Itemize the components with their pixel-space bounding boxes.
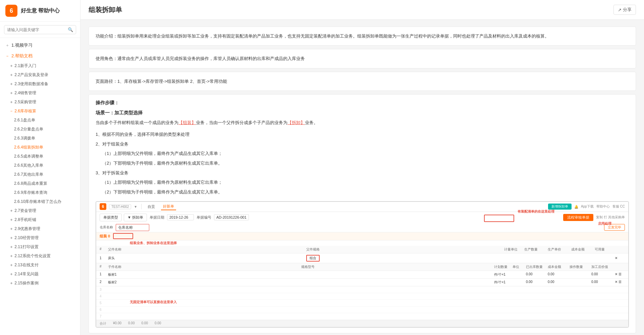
annotation-2: 组装业务、拆卸业务在这里选择: [130, 241, 177, 245]
page-title: 组装拆卸单: [89, 5, 122, 14]
t2r2-spec: [301, 280, 494, 285]
mock-table2-header: # 子件名称 规格型号 计划数量 单位 已出库数量 成本金额 操作数量 加工后价…: [96, 263, 628, 271]
mock-warehouse-input[interactable]: 仓库名称: [116, 224, 149, 231]
sidebar-item-s2-5[interactable]: ＋ 2.5采购管理: [9, 98, 80, 107]
mock-add-btn[interactable]: 新增拆卸单: [548, 204, 572, 210]
plus-icon-s2-10: ＋: [9, 235, 14, 240]
mock-service: 帮助中心: [596, 204, 610, 209]
main-header: 组装拆卸单 ↗ 分享: [80, 0, 644, 20]
sidebar-item-s2-14[interactable]: ＋ 2.14常见问题: [9, 270, 80, 279]
nav-section-video: ＋ 1.视频学习: [0, 40, 80, 51]
mock-form-row: 单据类型 ▼ 拆卸单 单据日期 2019-12-26 单据编号 AD-20191…: [96, 212, 628, 223]
row1-spec-input[interactable]: 组合: [306, 255, 320, 262]
mock-form-area: 单据类型 ▼ 拆卸单 单据日期 2019-12-26 单据编号 AD-20191…: [96, 212, 628, 232]
share-icon: ↗: [618, 7, 622, 12]
screenshot-container: 6 TEST-H002 ▼ 自贡 好新单 新增拆卸单 🔔 App下载 帮助中心: [96, 201, 629, 328]
mock-table2-row6: 6: [96, 306, 628, 313]
sidebar-item-s2-6-6[interactable]: 2.6.6其他入库单: [14, 161, 80, 170]
sidebar-item-s2-6-1[interactable]: 2.6.1盘点单: [14, 116, 80, 125]
mock-table2-row5: 5 无固定清单可以直接在这里录入: [96, 300, 628, 306]
mock-app: 6 TEST-H002 ▼ 自贡 好新单 新增拆卸单 🔔 App下载 帮助中心: [96, 202, 629, 327]
mock-section-label: 组装 0: [100, 234, 110, 238]
mock-logo: 6: [100, 203, 106, 210]
sidebar-item-s2-4[interactable]: ＋ 2.4销售管理: [9, 89, 80, 98]
sidebar-item-s2-3[interactable]: ＋ 2.3使用前数据准备: [9, 79, 80, 89]
intro-card: 功能介绍：组装拆卸单用来处理企业组装或拆卸等加工业务，支持有固定装配清单的产品加…: [89, 26, 636, 46]
row1-idx: 1: [100, 256, 108, 260]
step2-1-text: （1）上部明细为父件明细，最终作为产成品生成其它入库单；: [96, 150, 629, 158]
sidebar-item-s2-6[interactable]: － 2.6库存核算: [9, 107, 80, 116]
t2-col-value: 加工后价值: [591, 265, 615, 269]
t2r2-action: ✕ ☰: [615, 280, 625, 285]
step3-2-text: （2）下部明细为子件明细，最终作为产成品生成其它入库单。: [96, 188, 629, 197]
sidebar-item-s2-13[interactable]: ＋ 2.13在线支付: [9, 261, 80, 270]
mock-btn-assemble[interactable]: 单据类型: [100, 214, 122, 221]
share-button[interactable]: ↗ 分享: [613, 5, 636, 15]
mock-table2-row3: 3: [96, 286, 628, 293]
t2r1-action: ✕ ☰: [615, 272, 625, 277]
sidebar-item-s2-6-8[interactable]: 2.6.8商品成本重算: [14, 179, 80, 188]
sidebar-item-s2-6-7[interactable]: 2.6.7其他出库单: [14, 170, 80, 179]
mock-btn-disassemble[interactable]: ▼ 拆卸单: [124, 214, 147, 221]
step3-text: 3、对于拆装业务: [96, 169, 629, 177]
sidebar-item-s2-6-10[interactable]: 2.6.10库存账本错了怎么办: [14, 197, 80, 206]
search-input[interactable]: [7, 27, 68, 32]
sidebar-item-video[interactable]: ＋ 1.视频学习: [0, 40, 80, 51]
sidebar-item-s2-10[interactable]: ＋ 2.10经营管理: [9, 233, 80, 242]
sidebar-item-s2-11[interactable]: ＋ 2.11打印设置: [9, 242, 80, 252]
sidebar-item-s2-15[interactable]: ＋ 2.15操作案例: [9, 279, 80, 288]
minus-icon-s2-6: －: [9, 109, 14, 113]
mock-nav-item-hxd[interactable]: 好新单: [161, 203, 176, 210]
sidebar-item-s2-6-3[interactable]: 2.6.3调拨单: [14, 134, 80, 143]
step2-text: 2、对于组装业务: [96, 140, 629, 149]
scene1-desc: 当由多个子件材料组装成一个成品的业务为【组装】业务，当由一个父件拆分成多个子产品…: [96, 119, 629, 127]
mock-table2-row2: 2 板材2 件/个×1 0.00 0.00 0.00 ✕ ☰: [96, 279, 628, 286]
plus-icon-s2-7: ＋: [9, 208, 14, 213]
sidebar-item-s2-2[interactable]: ＋ 2.2产品安装及登录: [9, 70, 80, 79]
sidebar-item-s2-6-4[interactable]: 2.6.4组装拆卸单: [14, 143, 80, 152]
status-v1: 0.00: [128, 321, 135, 326]
t2r1-unit: [513, 272, 526, 277]
col-unit: 计量单位: [504, 247, 524, 252]
sidebar-item-s2-6-5[interactable]: 2.6.5成本调整单: [14, 152, 80, 161]
sidebar-item-s2-6-9[interactable]: 2.6.9库存账本查询: [14, 188, 80, 197]
share-label: 分享: [623, 7, 632, 13]
t2r1-name: 板材1: [108, 272, 301, 277]
mock-process-btn[interactable]: 流程审核单据: [563, 214, 593, 221]
sidebar-label-video: 1.视频学习: [11, 42, 33, 48]
logo-text: 好生意 帮助中心: [21, 7, 60, 14]
minus-icon: －: [5, 53, 9, 59]
sidebar-item-s2-6-2[interactable]: 2.6.2分量盘点单: [14, 125, 80, 134]
step2-2-text: （2）下部明细为子件明细，最终作为原材料生成其它出库单。: [96, 159, 629, 168]
status-v2: 0.00: [142, 321, 148, 326]
status-total-label: 合计: [100, 321, 106, 326]
sidebar-item-s2-1[interactable]: ＋ 2.1新手入门: [9, 61, 80, 70]
mock-date-label: 单据日期: [150, 215, 164, 220]
sidebar-item-s2-12[interactable]: ＋ 2.12系统个性化设置: [9, 252, 80, 261]
mock-billno-input[interactable]: AD-20191226-001: [214, 214, 249, 220]
mock-nav-item-zg[interactable]: 自贡: [146, 204, 157, 210]
mock-secondary-row: 仓库名称 仓库名称 立发完毕 启用处理: [96, 223, 628, 232]
disassemble-link[interactable]: 【拆卸】: [287, 120, 305, 125]
sidebar-item-docs[interactable]: － 2.帮助文档: [0, 51, 80, 61]
col-parent-spec: 父件规格: [306, 247, 504, 252]
path-card: 页面路径：1、库存核算->库存管理->组装拆卸单 2、首页->常用功能: [89, 72, 636, 91]
group-link[interactable]: 【组装】: [178, 120, 196, 125]
t2r1-issued: 0.00: [526, 272, 548, 277]
col-unit-price: 生产单价: [548, 247, 571, 252]
t2-col-spec: 规格型号: [301, 265, 494, 269]
sidebar-item-s2-8[interactable]: ＋ 2.8手机旺铺: [9, 215, 80, 224]
intro-text: 功能介绍：组装拆卸单用来处理企业组装或拆卸等加工业务，支持有固定装配清单的产品加…: [96, 32, 629, 40]
status-amount: ¥0.00: [113, 321, 121, 326]
mock-warehouse-label: 仓库名称: [100, 225, 113, 230]
col-cost: 成本金额: [571, 247, 595, 252]
t2r1-plan: 件/个×1: [494, 272, 513, 277]
sidebar-item-s2-7[interactable]: ＋ 2.7资金管理: [9, 206, 80, 215]
t2-col-cost: 成本金额: [548, 265, 570, 269]
mock-table2-row1: 1 板材1 件/个×1 0.00 0.00 0.00 ✕ ☰: [96, 271, 628, 279]
t2r2-idx: 2: [100, 280, 108, 285]
sidebar-item-s2-9[interactable]: ＋ 2.9优惠券管理: [9, 224, 80, 233]
search-box[interactable]: 🔍: [4, 25, 76, 34]
mock-date-input[interactable]: 2019-12-26: [167, 214, 194, 220]
col-hash: #: [100, 247, 108, 252]
